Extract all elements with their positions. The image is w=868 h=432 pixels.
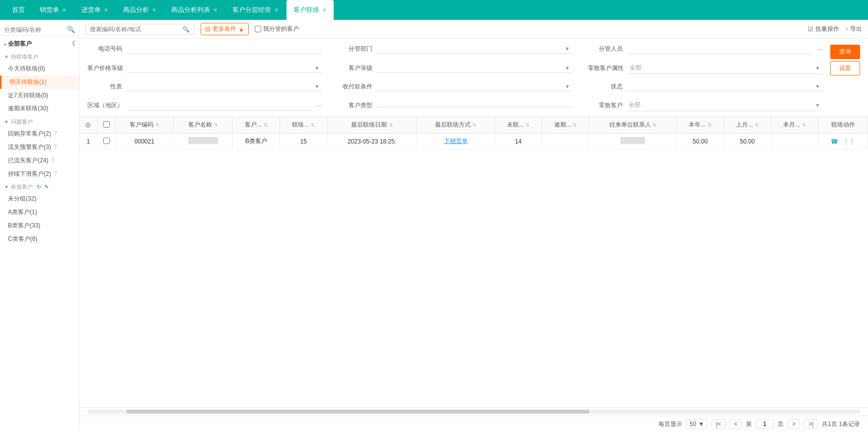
- last-page-btn[interactable]: >|: [804, 419, 818, 429]
- sort-not-contacted-icon[interactable]: ⇅: [525, 122, 529, 128]
- nav-sales[interactable]: 销货单 ✕: [33, 0, 73, 20]
- retail-customer-select[interactable]: 全部 ▼: [627, 99, 822, 111]
- sidebar-item-overdue[interactable]: 逾期未联络(30): [0, 102, 79, 115]
- price-level-select[interactable]: ▼: [127, 64, 322, 73]
- sidebar-item-tomorrow[interactable]: 明天待联络(1): [0, 75, 79, 89]
- sort-overdue-icon[interactable]: ⇅: [573, 122, 577, 128]
- help-icon-3[interactable]: ?: [54, 170, 57, 177]
- nav-customer-tier[interactable]: 客户分层经营 ✕: [225, 0, 286, 20]
- sort-year-icon[interactable]: ⇅: [708, 122, 712, 128]
- close-sales-icon[interactable]: ✕: [62, 7, 67, 13]
- price-level-arrow-icon: ▼: [314, 65, 320, 71]
- sort-contact-icon[interactable]: ⇅: [311, 122, 315, 128]
- status-select[interactable]: ▼: [627, 82, 822, 91]
- th-last-contact-method: 最后联络方式 ⇅: [417, 117, 495, 134]
- refresh-value-icon[interactable]: ↻: [37, 184, 41, 190]
- action-phone-icon[interactable]: ☎: [831, 138, 838, 145]
- sidebar-item-churned[interactable]: 已流失客户(24) ?: [0, 154, 79, 167]
- sidebar-item-b-class[interactable]: B类客户(33): [0, 219, 79, 232]
- manager-dots-icon[interactable]: ···: [816, 45, 822, 53]
- nav-home[interactable]: 首页: [5, 0, 32, 20]
- td-contact-count: 15: [280, 134, 327, 149]
- manager-input[interactable]: [627, 44, 812, 54]
- sidebar-item-c-class[interactable]: C类客户(6): [0, 232, 79, 246]
- row-checkbox[interactable]: [103, 138, 110, 144]
- search-icon[interactable]: 🔍: [182, 26, 190, 33]
- toolbar-right: ☑ 批量操作 ↑ 导出: [808, 25, 862, 33]
- sort-date-icon[interactable]: ⇅: [389, 122, 393, 128]
- sidebar-search-icon[interactable]: 🔍: [67, 26, 75, 33]
- column-settings-icon[interactable]: ⚙: [85, 121, 91, 129]
- my-customers-check[interactable]: [255, 26, 261, 32]
- sidebar-item-ungrouped[interactable]: 未分组(32): [0, 192, 79, 206]
- edit-value-icon[interactable]: ✎: [44, 184, 49, 190]
- more-conditions-btn[interactable]: ⊟ 更多条件 ▲: [201, 23, 249, 35]
- sidebar-value-group: ▼ 价值客户 ↻ ✎: [0, 180, 79, 192]
- nav-customer-contact[interactable]: 客户联络 ✕: [287, 0, 334, 20]
- sort-name-icon[interactable]: ⇅: [214, 122, 218, 128]
- sidebar-item-abnormal-repurchase[interactable]: 回购异常客户(2) ?: [0, 127, 79, 141]
- region-input[interactable]: [127, 100, 312, 111]
- phone-input[interactable]: [126, 44, 322, 54]
- nav-purchase[interactable]: 进货单 ✕: [74, 0, 115, 20]
- sort-type-icon[interactable]: ⇅: [264, 122, 268, 128]
- th-overdue: 逾期... ⇅: [542, 117, 589, 134]
- customer-type-select[interactable]: [376, 104, 572, 107]
- last-method-link[interactable]: 下销货单: [444, 138, 468, 144]
- my-customers-checkbox[interactable]: 我分管的客户: [255, 25, 299, 33]
- sidebar-item-declining[interactable]: 持续下滑客户(2) ?: [0, 167, 79, 181]
- sidebar-item-a-class[interactable]: A类客户(1): [0, 206, 79, 219]
- td-last-method: 下销货单: [417, 134, 495, 149]
- sidebar-search-input[interactable]: [4, 26, 67, 33]
- query-button[interactable]: 查询: [830, 45, 860, 59]
- select-all-checkbox[interactable]: [103, 121, 110, 128]
- batch-op-btn[interactable]: ☑ 批量操作: [808, 25, 839, 33]
- sort-person-icon[interactable]: ⇅: [652, 122, 656, 128]
- td-overdue: [542, 134, 589, 149]
- action-more-icon[interactable]: ⋮⋮: [843, 138, 855, 145]
- sidebar-pending-group: ▼ 待联络客户: [0, 50, 79, 62]
- retail-customer-label: 零散客户: [588, 101, 623, 110]
- first-page-btn[interactable]: |<: [712, 419, 725, 429]
- region-dots-icon[interactable]: ···: [316, 101, 322, 109]
- per-page-select[interactable]: 50 ▼: [686, 419, 708, 429]
- close-customer-tier-icon[interactable]: ✕: [274, 7, 279, 13]
- top-navigation: 首页 销货单 ✕ 进货单 ✕ 商品分析 ✕ 商品分析列表 ✕ 客户分层经营 ✕ …: [0, 0, 868, 20]
- search-box: 🔍: [85, 24, 195, 35]
- horizontal-scrollbar: [79, 407, 868, 416]
- close-purchase-icon[interactable]: ✕: [104, 7, 108, 13]
- sort-code-icon[interactable]: ⇅: [155, 122, 159, 128]
- close-customer-contact-icon[interactable]: ✕: [322, 7, 327, 13]
- retail-attr-select[interactable]: 全部 ▼: [628, 62, 822, 74]
- dept-arrow-icon: ▼: [565, 46, 570, 52]
- sort-method-icon[interactable]: ⇅: [472, 122, 476, 128]
- dept-select[interactable]: ▼: [376, 44, 572, 54]
- export-btn[interactable]: ↑ 导出: [845, 25, 862, 33]
- help-icon-0[interactable]: ?: [54, 130, 57, 137]
- th-this-year: 本年... ⇅: [677, 117, 724, 134]
- sidebar-item-churn-warning[interactable]: 流失预警客户(3) ?: [0, 141, 79, 154]
- sidebar-item-7days[interactable]: 近7天待联络(0): [0, 89, 79, 102]
- sidebar-search-area: 🔍: [0, 24, 79, 36]
- close-goods-analysis-list-icon[interactable]: ✕: [213, 7, 217, 13]
- gender-select[interactable]: ▼: [126, 82, 322, 91]
- sidebar-all-customers[interactable]: ▪ 全部客户 《: [0, 38, 79, 50]
- help-icon-1[interactable]: ?: [54, 144, 57, 150]
- customer-level-arrow-icon: ▼: [565, 65, 570, 71]
- next-page-btn[interactable]: >: [788, 419, 800, 429]
- page-number-input[interactable]: [756, 419, 774, 429]
- close-goods-analysis-icon[interactable]: ✕: [152, 7, 156, 13]
- sidebar-item-today[interactable]: 今天待联络(0): [0, 62, 79, 75]
- search-input[interactable]: [90, 26, 179, 33]
- prev-page-btn[interactable]: <: [729, 419, 742, 429]
- settings-button[interactable]: 设置: [830, 61, 860, 75]
- help-icon-2[interactable]: ?: [51, 157, 55, 164]
- nav-goods-analysis[interactable]: 商品分析 ✕: [116, 0, 163, 20]
- sort-last-month-icon[interactable]: ⇅: [755, 122, 759, 128]
- customer-level-select[interactable]: ▼: [376, 64, 572, 73]
- nav-goods-analysis-list[interactable]: 商品分析列表 ✕: [164, 0, 224, 20]
- scroll-thumb[interactable]: [126, 410, 590, 414]
- td-last-month: 50.00: [724, 134, 771, 149]
- payment-select[interactable]: ▼: [376, 82, 572, 91]
- sort-this-month-icon[interactable]: ⇅: [802, 122, 806, 128]
